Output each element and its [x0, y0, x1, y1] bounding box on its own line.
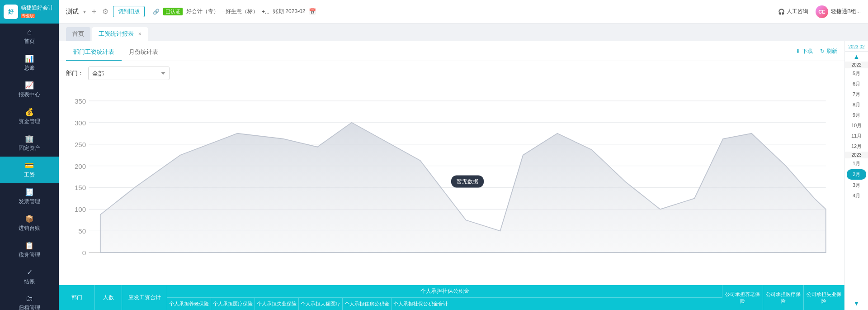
user-menu[interactable]: CE 轻捷通B组...	[816, 5, 861, 18]
nav-label-sales: 进销台账	[19, 224, 40, 232]
header: 测试 ▾ ＋ ⚙ 切到旧版 🔗 已认证 好会计（专） +好生意（标） +... …	[59, 0, 868, 24]
chart-area: 350 300 250 200 150 100 50 0	[59, 86, 844, 285]
date-list: 20225月6月7月8月9月10月11月12月20231月2月3月4月	[845, 62, 868, 298]
sidebar-item-reports[interactable]: 📈报表中心	[0, 76, 59, 103]
nav-icon-archive: 🗂	[26, 295, 33, 303]
status-good-accounting: 好会计（专）	[186, 8, 219, 15]
nav-icon-invoice: 🧾	[25, 188, 34, 196]
dept-select[interactable]: 全部 销售部 财务部 行政部 技术部	[88, 67, 170, 80]
col-unemployment: 个人承担失业保险	[255, 298, 299, 310]
left-panel: 部门工资统计表 月份统计表 ⬇ 下载 ↻ 刷新	[59, 41, 844, 310]
header-title: 测试	[66, 8, 79, 16]
avatar: CE	[816, 5, 828, 18]
nav-label-archive: 归档管理	[19, 304, 40, 310]
nav-label-invoice: 发票管理	[19, 198, 40, 205]
date-month-9月[interactable]: 9月	[845, 110, 868, 120]
sidebar-nav: ⌂首页📊总账📈报表中心💰资金管理🏢固定资产💳工资🧾发票管理📦进销台账📋税务管理✓…	[0, 24, 59, 310]
col-company-pension: 公司承担养老保险	[722, 285, 763, 310]
headset-icon: 🎧	[778, 9, 785, 15]
nav-label-funds: 资金管理	[19, 118, 40, 125]
nav-icon-tax: 📋	[25, 241, 34, 250]
nav-label-salary: 工资	[24, 171, 35, 179]
col-total-salary: 应发工资合计	[122, 285, 167, 310]
nav-label-tax: 税务管理	[19, 251, 40, 259]
sidebar-item-archive[interactable]: 🗂归档管理	[0, 290, 59, 310]
date-month-7月[interactable]: 7月	[845, 89, 868, 100]
date-nav-up-icon[interactable]: ▲	[845, 52, 868, 62]
sub-tab-actions: ⬇ 下载 ↻ 刷新	[796, 48, 837, 59]
col-major-medical: 个人承担大额医疗	[299, 298, 343, 310]
sub-tab-dept[interactable]: 部门工资统计表	[66, 45, 122, 61]
add-icon[interactable]: ＋	[90, 7, 98, 16]
date-month-11月[interactable]: 11月	[845, 131, 868, 141]
date-month-8月[interactable]: 8月	[845, 100, 868, 110]
sidebar-item-sales[interactable]: 📦进销台账	[0, 210, 59, 237]
date-month-10月[interactable]: 10月	[845, 120, 868, 131]
status-good-business: +好生意（标）	[222, 8, 258, 15]
nav-label-reports: 报表中心	[19, 91, 40, 99]
download-button[interactable]: ⬇ 下载	[796, 48, 813, 55]
col-housing-fund: 个人承担住房公积金	[343, 298, 392, 310]
nav-icon-funds: 💰	[25, 108, 34, 116]
date-month-12月[interactable]: 12月	[845, 141, 868, 152]
download-icon: ⬇	[796, 48, 800, 54]
header-right: 🎧 人工咨询 CE 轻捷通B组...	[778, 5, 861, 18]
date-nav-down-icon[interactable]: ▼	[845, 298, 868, 308]
date-month-6月[interactable]: 6月	[845, 79, 868, 89]
settings-icon[interactable]: ⚙	[102, 7, 108, 16]
date-month-2023-1月[interactable]: 1月	[845, 158, 868, 169]
col-pension: 个人承担养老保险	[167, 298, 211, 310]
wifi-icon: 🔗	[153, 9, 160, 15]
nav-icon-sales: 📦	[25, 215, 34, 223]
sub-tab-monthly[interactable]: 月份统计表	[122, 45, 165, 61]
sidebar-item-salary[interactable]: 💳工资	[0, 157, 59, 183]
logo-icon: 好	[4, 5, 18, 19]
svg-text:100: 100	[75, 206, 86, 214]
table-header-row: 部门 人数 应发工资合计 个人承担社保公积金	[59, 285, 844, 310]
sidebar-item-home[interactable]: ⌂首页	[0, 24, 59, 50]
year-2022: 2022	[845, 62, 868, 68]
col-medical: 个人承担医疗保险	[211, 298, 255, 310]
svg-text:0: 0	[82, 250, 86, 257]
date-month-5月[interactable]: 5月	[845, 68, 868, 79]
sidebar-item-funds[interactable]: 💰资金管理	[0, 103, 59, 130]
date-month-2023-4月[interactable]: 4月	[845, 191, 868, 201]
date-month-2023-3月[interactable]: 3月	[845, 180, 868, 191]
col-total-personal: 个人承担社保公积金合计	[392, 298, 450, 310]
date-input[interactable]: 2023.02	[845, 43, 868, 52]
tab-salary-report[interactable]: 工资统计报表 ×	[92, 27, 148, 41]
svg-text:50: 50	[78, 228, 86, 235]
col-company-medical: 公司承担医疗保险	[763, 285, 804, 310]
nav-label-home: 首页	[24, 38, 35, 45]
switch-old-button[interactable]: 切到旧版	[113, 6, 145, 17]
sidebar-logo[interactable]: 好 畅捷通好会计 专业版	[0, 0, 59, 24]
svg-text:300: 300	[75, 119, 86, 127]
nav-icon-reports: 📈	[25, 81, 34, 90]
dropdown-arrow-icon[interactable]: ▾	[83, 9, 86, 15]
group-children: 个人承担养老保险 个人承担医疗保险 个人承担失业保险 个人承担大额医疗 个人承担…	[167, 298, 722, 310]
refresh-button[interactable]: ↻ 刷新	[820, 48, 837, 55]
nav-label-assets: 固定资产	[19, 144, 40, 152]
content: 首页 工资统计报表 × 部门工资统计表 月份统计表	[59, 24, 868, 310]
nav-label-ledger: 总账	[24, 64, 35, 72]
nav-icon-ledger: 📊	[25, 54, 34, 63]
svg-text:200: 200	[75, 163, 86, 170]
svg-text:150: 150	[75, 185, 86, 192]
sidebar-item-close[interactable]: ✓结账	[0, 263, 59, 290]
sidebar-item-ledger[interactable]: 📊总账	[0, 50, 59, 76]
tab-home[interactable]: 首页	[66, 27, 90, 41]
nav-icon-close: ✓	[27, 268, 33, 277]
sidebar-item-assets[interactable]: 🏢固定资产	[0, 130, 59, 157]
tab-close-icon[interactable]: ×	[138, 31, 142, 37]
sidebar-item-tax[interactable]: 📋税务管理	[0, 237, 59, 263]
status-period: 账期 2023-02	[273, 8, 305, 15]
sidebar-item-invoice[interactable]: 🧾发票管理	[0, 183, 59, 210]
help-button[interactable]: 🎧 人工咨询	[778, 8, 808, 15]
header-status: 🔗 已认证 好会计（专） +好生意（标） +... 账期 2023-02 📅	[153, 8, 316, 15]
refresh-icon: ↻	[820, 48, 825, 54]
status-more: +...	[262, 9, 269, 15]
date-month-2023-2月[interactable]: 2月	[847, 169, 866, 180]
logo-title: 畅捷通好会计	[21, 5, 53, 12]
calendar-icon[interactable]: 📅	[309, 8, 316, 15]
nav-icon-home: ⌂	[27, 28, 32, 36]
